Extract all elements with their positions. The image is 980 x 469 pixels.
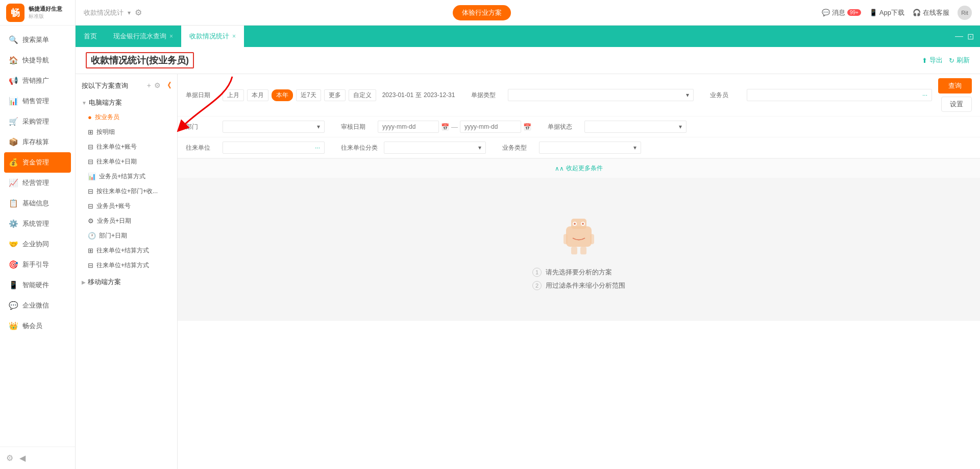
tab-maximize-icon[interactable]: ⊡ xyxy=(967,32,974,41)
sidebar-item-purchase[interactable]: 🛒 采购管理 xyxy=(0,111,75,132)
tab-home[interactable]: 首页 xyxy=(76,26,105,47)
scheme-item-by-unit-dept[interactable]: ⊟ 按往来单位+部门+收... xyxy=(76,184,177,199)
scheme-item-by-salesperson-payment[interactable]: 📊 业务员+结算方式 xyxy=(76,169,177,184)
scheme-item-by-unit-payment2[interactable]: ⊟ 往来单位+结算方式 xyxy=(76,258,177,273)
mobile-group-label: 移动端方案 xyxy=(88,277,121,287)
partner-category-label: 往来单位分类 xyxy=(341,144,378,152)
sidebar-item-sales[interactable]: 📊 销售管理 xyxy=(0,91,75,111)
sidebar-item-finance[interactable]: 💰 资金管理 xyxy=(4,152,71,173)
custom-btn[interactable]: 自定义 xyxy=(349,89,376,101)
group-expand-icon: ▼ xyxy=(82,100,87,106)
empty-tip-1: 1 请先选择要分析的方案 xyxy=(532,268,625,277)
header-settings-icon[interactable]: ⚙ xyxy=(135,8,142,17)
app-download-item[interactable]: 📱 App下载 xyxy=(869,8,904,17)
clock-icon: 🕐 xyxy=(88,232,96,240)
sidebar-settings-icon[interactable]: ⚙ xyxy=(6,453,13,463)
scheme-item-by-unit-account[interactable]: ⊟ 往来单位+账号 xyxy=(76,139,177,154)
sidebar-item-operations[interactable]: 📈 经营管理 xyxy=(0,173,75,193)
scheme-item-by-salesperson[interactable]: ● 按业务员 xyxy=(76,110,177,125)
sidebar-item-hardware[interactable]: 📱 智能硬件 xyxy=(0,275,75,295)
sidebar-item-member[interactable]: 👑 畅会员 xyxy=(0,316,75,336)
partner-more-icon[interactable]: ··· xyxy=(315,144,320,151)
message-item[interactable]: 💬 消息 99+ xyxy=(822,8,861,17)
sidebar-item-enterprise[interactable]: 🤝 企业协同 xyxy=(0,234,75,254)
calendar-start-icon[interactable]: 📅 xyxy=(441,123,449,131)
voucher-type-label: 单据类型 xyxy=(471,91,502,100)
active-indicator-icon: ● xyxy=(88,113,92,121)
date-quick-buttons: 上月 本月 本年 近7天 更多 自定义 xyxy=(223,89,376,101)
sidebar-item-label: 库存核算 xyxy=(22,137,49,147)
last-7-btn[interactable]: 近7天 xyxy=(296,89,321,101)
scheme-collapse-icon[interactable]: 《 xyxy=(164,81,171,90)
svg-point-5 xyxy=(582,223,584,225)
sidebar-item-wechat[interactable]: 💬 企业微信 xyxy=(0,295,75,316)
export-button[interactable]: ⬆ 导出 xyxy=(922,56,943,65)
dept-chevron-icon: ▾ xyxy=(317,123,320,130)
trial-button[interactable]: 体验行业方案 xyxy=(453,5,511,20)
scheme-item-by-unit-date[interactable]: ⊟ 往来单位+日期 xyxy=(76,154,177,169)
partner-select[interactable]: ··· xyxy=(223,142,325,154)
collapse-bar[interactable]: ∧∧ 收起更多条件 xyxy=(178,158,980,178)
tab-minimize-icon[interactable]: — xyxy=(955,32,963,41)
this-month-btn[interactable]: 本月 xyxy=(247,89,268,101)
partner-category-select[interactable]: ▾ xyxy=(384,142,486,154)
sidebar-item-marketing[interactable]: 📢 营销推广 xyxy=(0,71,75,91)
scheme-item-by-dept-date[interactable]: 🕐 部门+日期 xyxy=(76,228,177,243)
chart-icon: 📊 xyxy=(88,173,96,180)
query-button[interactable]: 查询 xyxy=(938,78,972,93)
more-options-icon[interactable]: ··· xyxy=(922,91,927,99)
svg-rect-9 xyxy=(580,247,586,254)
scheme-item-by-unit-payment1[interactable]: ⊞ 往来单位+结算方式 xyxy=(76,243,177,258)
sidebar-item-label: 营销推广 xyxy=(22,76,49,85)
tab-collection-stat-close[interactable]: × xyxy=(232,33,236,40)
business-type-chevron-icon: ▾ xyxy=(633,144,636,151)
search-menu-icon: 🔍 xyxy=(8,35,18,45)
voucher-status-select[interactable]: ▾ xyxy=(584,121,687,133)
dept-select[interactable]: ▾ xyxy=(223,121,325,133)
scheme-group-mobile-header[interactable]: ▶ 移动端方案 xyxy=(76,275,177,289)
tip-num-2: 2 xyxy=(532,281,542,290)
logo-icon: 畅 xyxy=(6,4,24,22)
scheme-item-by-detail[interactable]: ⊞ 按明细 xyxy=(76,125,177,139)
sidebar-item-label: 销售管理 xyxy=(22,97,49,106)
salesperson-select[interactable]: ··· xyxy=(747,89,932,101)
sidebar-item-quick-nav[interactable]: 🏠 快捷导航 xyxy=(0,50,75,71)
settings-button[interactable]: 设置 xyxy=(941,97,972,112)
sidebar-item-basic[interactable]: 📋 基础信息 xyxy=(0,193,75,214)
scheme-header-title: 按以下方案查询 xyxy=(82,81,128,90)
sidebar-item-search-menu[interactable]: 🔍 搜索菜单 xyxy=(0,30,75,50)
scheme-group-desktop-header[interactable]: ▼ 电脑端方案 xyxy=(76,96,177,110)
tab-bank-flow-close[interactable]: × xyxy=(169,33,173,40)
this-year-btn[interactable]: 本年 xyxy=(272,89,293,101)
last-month-btn[interactable]: 上月 xyxy=(223,89,244,101)
tab-bank-flow[interactable]: 现金银行流水查询 × xyxy=(105,26,181,47)
sidebar-item-guide[interactable]: 🎯 新手引导 xyxy=(0,254,75,275)
scheme-add-icon[interactable]: + xyxy=(147,81,151,90)
salesperson-label: 业务员 xyxy=(710,91,741,100)
hardware-icon: 📱 xyxy=(8,280,18,290)
page-actions: ⬆ 导出 ↻ 刷新 xyxy=(922,56,970,65)
business-type-select[interactable]: ▾ xyxy=(539,142,641,154)
tab-collection-stat[interactable]: 收款情况统计 × xyxy=(181,26,244,47)
sidebar-item-system[interactable]: ⚙️ 系统管理 xyxy=(0,214,75,234)
refresh-button[interactable]: ↻ 刷新 xyxy=(949,56,970,65)
dropdown-icon[interactable]: ▾ xyxy=(128,9,131,16)
scheme-settings-icon[interactable]: ⚙ xyxy=(154,81,161,90)
user-avatar[interactable]: Rit xyxy=(958,6,972,20)
online-service-item[interactable]: 🎧 在线客服 xyxy=(913,8,949,17)
tab-bar-end: — ⊡ xyxy=(955,32,980,41)
sidebar-collapse-icon[interactable]: ◀ xyxy=(19,453,26,463)
tab-bar: 首页 现金银行流水查询 × 收款情况统计 × — ⊡ xyxy=(76,26,980,47)
audit-start-input[interactable] xyxy=(378,121,439,133)
scheme-item-by-salesperson-date[interactable]: ⚙ 业务员+日期 xyxy=(76,214,177,228)
sidebar-item-inventory[interactable]: 📦 库存核算 xyxy=(0,132,75,152)
audit-end-input[interactable] xyxy=(460,121,521,133)
sidebar-item-label: 企业协同 xyxy=(22,240,49,249)
tip-text-2: 用过滤条件来缩小分析范围 xyxy=(546,281,625,290)
voucher-type-select[interactable]: ▾ xyxy=(508,89,693,101)
sales-icon: 📊 xyxy=(8,96,18,106)
logo-text: 畅捷通好生意 标准版 xyxy=(29,5,62,20)
scheme-item-by-salesperson-account[interactable]: ⊟ 业务员+账号 xyxy=(76,199,177,214)
calendar-end-icon[interactable]: 📅 xyxy=(523,123,531,131)
more-btn[interactable]: 更多 xyxy=(324,89,346,101)
